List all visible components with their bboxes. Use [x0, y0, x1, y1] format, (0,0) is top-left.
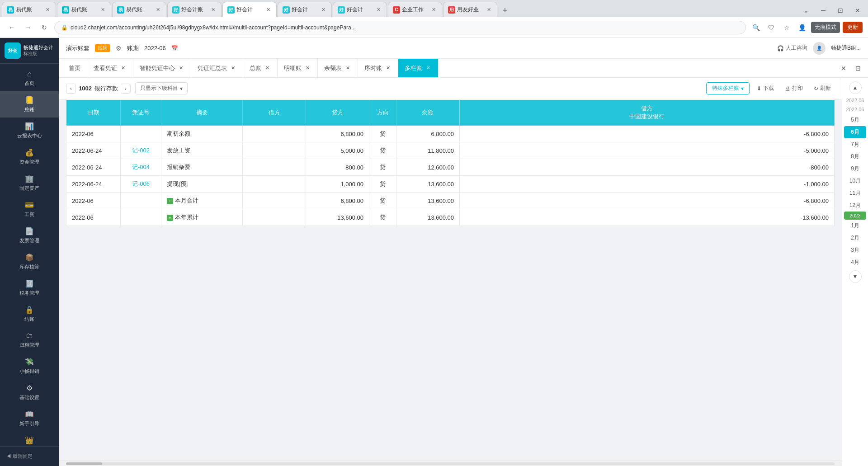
cell-voucher-1[interactable]: 记-002	[121, 142, 161, 159]
multi-col-chevron-icon: ▾	[741, 85, 744, 92]
tab-general-ledger[interactable]: 总账 ✕	[243, 59, 278, 78]
tab-detail-close[interactable]: ✕	[304, 65, 311, 71]
sidebar-item-assets[interactable]: 🏢 固定资产	[0, 170, 59, 196]
sidebar-item-guide[interactable]: 📖 新手引导	[0, 405, 59, 432]
tab-smart-close[interactable]: ✕	[178, 65, 184, 71]
ledger-main: ‹ 1002 银行存款 › 只显示下级科目 ▾	[59, 78, 842, 466]
timeline-month-5[interactable]: 5月	[842, 114, 868, 126]
multi-col-button[interactable]: 特殊多栏账 ▾	[706, 82, 750, 94]
tab-yidaizhang-1[interactable]: 易 易代账 ✕	[2, 2, 56, 17]
download-button[interactable]: ⬇ 下载	[753, 83, 778, 94]
tab-close-8[interactable]: ✕	[430, 6, 437, 13]
sidebar-item-close-period[interactable]: 🔒 结账	[0, 301, 59, 327]
bookmark-icon[interactable]: ☆	[780, 21, 793, 34]
new-tab-button[interactable]: +	[498, 4, 512, 17]
sidebar-item-reports[interactable]: 📊 云报表中心	[0, 118, 59, 144]
tab-close-2[interactable]: ✕	[99, 6, 106, 13]
account-next-button[interactable]: ›	[121, 84, 131, 94]
tab-detail[interactable]: 明细账 ✕	[278, 59, 318, 78]
sidebar-item-salary[interactable]: 💳 工资	[0, 196, 59, 222]
sidebar-item-tax[interactable]: 🧾 税务管理	[0, 275, 59, 301]
timeline-scroll-down[interactable]: ▼	[849, 270, 862, 283]
tab-close-5[interactable]: ✕	[265, 6, 272, 13]
tab-yidaizhang-3[interactable]: 易 易代账 ✕	[112, 2, 166, 17]
tab-close-1[interactable]: ✕	[44, 6, 51, 13]
tab-journal-close[interactable]: ✕	[385, 65, 392, 71]
sidebar-item-ledger[interactable]: 📒 总账	[0, 91, 59, 118]
timeline-month-8[interactable]: 8月	[842, 151, 868, 163]
tab-close-3[interactable]: ✕	[155, 6, 161, 13]
consult-button[interactable]: 🎧 人工咨询	[777, 44, 807, 52]
tab-voucher-close[interactable]: ✕	[120, 65, 127, 71]
update-button[interactable]: 更新	[843, 22, 863, 33]
tab-balance[interactable]: 余额表 ✕	[318, 59, 358, 78]
timeline-month-1[interactable]: 1月	[842, 220, 868, 232]
incognito-button[interactable]: 无痕模式	[811, 22, 840, 33]
unpin-button[interactable]: ◀ 取消固定	[4, 450, 55, 462]
tab-smart-voucher[interactable]: 智能凭证中心 ✕	[133, 59, 191, 78]
minimize-button[interactable]: ─	[816, 4, 830, 17]
timeline-month-12[interactable]: 12月	[842, 199, 868, 212]
restore-button[interactable]: ⊡	[834, 4, 847, 17]
timeline-month-9[interactable]: 9月	[842, 163, 868, 175]
tabs-expand-button[interactable]: ⊡	[852, 62, 864, 75]
forward-button[interactable]: →	[22, 21, 34, 34]
shield-icon[interactable]: 🛡	[765, 21, 778, 34]
scroll-thumb[interactable]	[66, 462, 102, 465]
close-window-button[interactable]: ✕	[851, 4, 864, 17]
cell-balance-0: 6,800.00	[396, 126, 460, 142]
timeline-month-11[interactable]: 11月	[842, 187, 868, 199]
tab-haokuaiji-1[interactable]: 好 好会计账 ✕	[167, 2, 222, 17]
reload-button[interactable]: ↻	[38, 21, 51, 34]
tab-close-7[interactable]: ✕	[375, 6, 382, 13]
sidebar-item-capital[interactable]: 💰 资金管理	[0, 144, 59, 170]
profile-icon[interactable]: 👤	[796, 21, 808, 34]
tab-general-ledger-close[interactable]: ✕	[264, 65, 271, 71]
sidebar-item-expense[interactable]: 💸 小畅报销	[0, 353, 59, 379]
tab-voucher-summary[interactable]: 凭证汇总表 ✕	[191, 59, 243, 78]
tab-yonyou[interactable]: 用 用友好业 ✕	[443, 2, 497, 17]
tab-haokuaiji-active[interactable]: 好 好会计 ✕	[222, 2, 277, 17]
sidebar-item-settings[interactable]: ⚙ 基础设置	[0, 379, 59, 405]
horizontal-scrollbar[interactable]	[59, 461, 842, 466]
timeline-month-4[interactable]: 4月	[842, 256, 868, 268]
tab-close-4[interactable]: ✕	[210, 6, 217, 13]
sidebar-item-home[interactable]: ⌂ 首页	[0, 66, 59, 91]
tab-multi-col[interactable]: 多栏账 ✕	[398, 59, 439, 78]
print-button[interactable]: 🖨 打印	[781, 83, 807, 94]
calendar-icon[interactable]: 📅	[171, 45, 178, 52]
tab-enterprise[interactable]: C 企业工作 ✕	[388, 2, 442, 17]
search-browser-icon[interactable]: 🔍	[750, 21, 762, 34]
timeline-scroll-up[interactable]: ▲	[849, 81, 862, 94]
sidebar-item-inventory[interactable]: 📦 库存核算	[0, 249, 59, 275]
sidebar-item-archive[interactable]: 🗂 归档管理	[0, 327, 59, 353]
back-button[interactable]: ←	[5, 21, 18, 34]
tab-close-9[interactable]: ✕	[486, 6, 492, 13]
timeline-month-10[interactable]: 10月	[842, 175, 868, 187]
url-bar[interactable]: 🔒 cloud2.chanjet.com/accounting/uh26t264…	[54, 21, 746, 34]
account-prev-button[interactable]: ‹	[66, 84, 76, 94]
settings-gear-icon[interactable]: ⚙	[116, 45, 122, 52]
cell-voucher-2[interactable]: 记-004	[121, 159, 161, 176]
tab-multi-col-close[interactable]: ✕	[425, 65, 432, 71]
tab-voucher-summary-close[interactable]: ✕	[230, 65, 236, 71]
timeline-month-7[interactable]: 7月	[842, 138, 868, 151]
timeline-month-6[interactable]: 6月	[844, 126, 866, 138]
tab-yidaizhang-2[interactable]: 易 易代账 ✕	[57, 2, 111, 17]
tab-haokuaiji-3[interactable]: 好 好会计 ✕	[333, 2, 387, 17]
sub-account-toggle[interactable]: 只显示下级科目 ▾	[135, 82, 188, 94]
cell-voucher-3[interactable]: 记-006	[121, 176, 161, 193]
tabs-collapse-button[interactable]: ✕	[837, 62, 850, 75]
tab-close-6[interactable]: ✕	[320, 6, 327, 13]
refresh-button[interactable]: ↻ 刷新	[810, 83, 835, 94]
tab-home[interactable]: 首页	[62, 59, 87, 78]
tab-journal[interactable]: 序时账 ✕	[358, 59, 398, 78]
timeline-month-2[interactable]: 2月	[842, 232, 868, 244]
tab-list-button[interactable]: ⌄	[799, 4, 813, 17]
sidebar-item-membership[interactable]: 👑 畅会员	[0, 432, 59, 446]
tab-haokuaiji-2[interactable]: 好 好会计 ✕	[278, 2, 332, 17]
tab-balance-close[interactable]: ✕	[344, 65, 351, 71]
sidebar-item-invoice[interactable]: 📄 发票管理	[0, 222, 59, 249]
tab-voucher[interactable]: 查看凭证 ✕	[87, 59, 133, 78]
timeline-month-3[interactable]: 3月	[842, 244, 868, 256]
